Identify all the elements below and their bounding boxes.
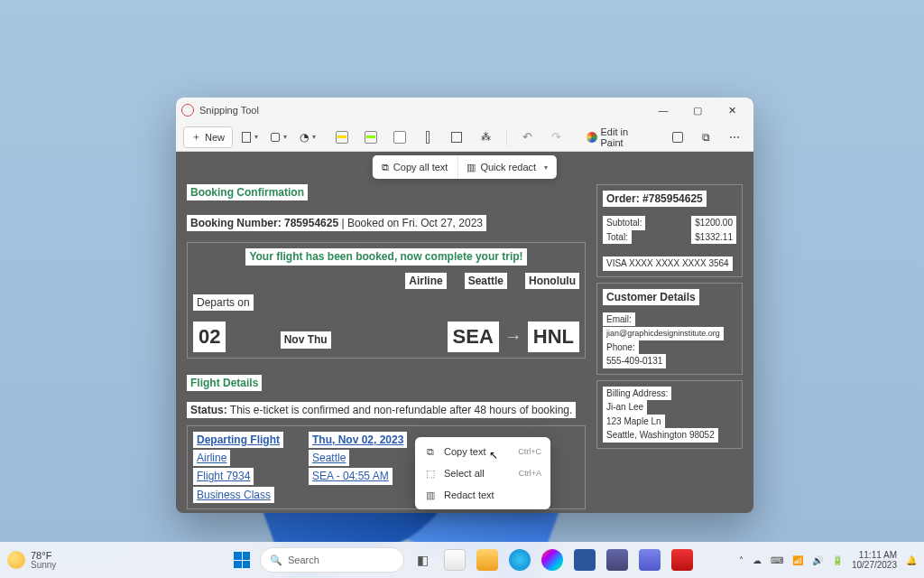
app-icon — [181, 104, 194, 117]
taskbar-app-2[interactable] — [473, 545, 502, 574]
departing-airline[interactable]: Airline — [193, 450, 230, 466]
snip-rect-button[interactable]: ▾ — [238, 126, 262, 148]
tray-chevron-icon[interactable]: ˄ — [739, 555, 744, 565]
taskbar-app-8[interactable] — [668, 545, 697, 574]
quick-redact-button[interactable]: ▥Quick redact▾ — [457, 155, 557, 179]
titlebar[interactable]: Snipping Tool ― ▢ ✕ — [176, 98, 753, 123]
highlighter-2-button[interactable] — [359, 126, 383, 148]
copy-all-text-button[interactable]: ⧉Copy all text — [373, 155, 457, 179]
taskbar-app-4[interactable] — [538, 545, 567, 574]
edit-in-paint-button[interactable]: Edit in Paint — [579, 126, 661, 148]
paint-icon — [587, 132, 597, 143]
start-button[interactable] — [227, 545, 256, 574]
flight-details-heading: Flight Details — [187, 375, 262, 391]
redact-icon: ▥ — [424, 489, 437, 501]
redact-icon: ▥ — [467, 162, 476, 173]
customer-heading: Customer Details — [603, 289, 699, 305]
card-info: VISA XXXX XXXX XXXX 3564 — [603, 256, 733, 271]
highlighter-button[interactable] — [330, 126, 354, 148]
billing-street: 123 Maple Ln — [603, 415, 665, 429]
select-all-icon: ⬚ — [424, 467, 437, 480]
taskbar-app-7[interactable] — [635, 545, 664, 574]
email-label: Email: — [603, 312, 635, 327]
copy-icon: ⧉ — [382, 162, 389, 173]
tray-wifi-icon[interactable]: 📶 — [792, 555, 803, 565]
taskbar-app-1[interactable] — [440, 545, 469, 574]
to-code: HNL — [528, 322, 579, 352]
tray-volume-icon[interactable]: 🔊 — [812, 555, 823, 565]
depart-month: Nov Thu — [281, 331, 331, 348]
total-label: Total: — [603, 230, 632, 245]
taskbar-app-3[interactable] — [505, 545, 534, 574]
departing-heading[interactable]: Departing Flight — [193, 432, 283, 448]
context-copy-text[interactable]: ⧉ Copy text Ctrl+C — [415, 441, 550, 462]
taskbar-app-5[interactable] — [570, 545, 599, 574]
close-button[interactable]: ✕ — [716, 98, 748, 123]
window-title: Snipping Tool — [199, 105, 259, 116]
text-actions-button[interactable]: ⁂ — [474, 126, 497, 148]
share-button[interactable]: ⋯ — [723, 126, 746, 148]
phone-label: Phone: — [603, 340, 639, 355]
text-actions-bar: ⧉Copy all text ▥Quick redact▾ — [373, 155, 557, 179]
tray-keyboard-icon[interactable]: ⌨ — [771, 555, 783, 565]
total-value: $1332.11 — [691, 230, 736, 245]
airline-col: Airline — [405, 273, 446, 289]
from-code: SEA — [448, 322, 499, 352]
billing-label: Billing Address: — [603, 387, 671, 401]
delay-button[interactable]: ◔▾ — [296, 126, 319, 148]
from-city: Seattle — [465, 273, 507, 289]
subtotal-value: $1200.00 — [691, 216, 736, 230]
booking-number: Booking Number: 785954625 | Booked on Fr… — [187, 215, 486, 231]
departing-flight[interactable]: Flight 7934 — [193, 468, 254, 484]
banner: Your flight has been booked, now complet… — [245, 248, 526, 265]
redo-button[interactable] — [545, 126, 568, 148]
ruler-button[interactable] — [417, 126, 440, 148]
snip-video-button[interactable]: ▾ — [267, 126, 291, 148]
weather-temp: 78°F — [31, 551, 56, 561]
toolbar: ＋New ▾ ▾ ◔▾ ⁂ Edit in Paint ⧉ ⋯ — [176, 123, 753, 152]
tray-onedrive-icon[interactable]: ☁ — [753, 555, 762, 565]
tray-battery-icon[interactable]: 🔋 — [832, 555, 843, 565]
weather-cond: Sunny — [31, 561, 56, 570]
weather-widget[interactable]: 78°F Sunny — [7, 551, 56, 570]
subtotal-label: Subtotal: — [603, 216, 645, 230]
taskbar-app-6[interactable] — [603, 545, 632, 574]
departing-city[interactable]: Seattle — [309, 450, 349, 466]
billing-name: Ji-an Lee — [603, 400, 647, 415]
depart-day: 02 — [193, 322, 226, 352]
context-menu: ⧉ Copy text Ctrl+C ⬚ Select all Ctrl+A ▥… — [415, 437, 550, 509]
to-city: Honolulu — [525, 273, 579, 289]
task-view-button[interactable]: ◧ — [408, 545, 437, 574]
maximize-button[interactable]: ▢ — [681, 98, 714, 123]
undo-button[interactable] — [516, 126, 540, 148]
copy-icon: ⧉ — [424, 445, 437, 458]
copy-button[interactable]: ⧉ — [694, 126, 717, 148]
crop-button[interactable] — [445, 126, 468, 148]
departs-label: Departs on — [193, 294, 254, 311]
search-icon: 🔍 — [270, 555, 282, 566]
new-button[interactable]: ＋New — [183, 126, 233, 148]
billing-city: Seattle, Washington 98052 — [603, 428, 718, 443]
departing-date[interactable]: Thu, Nov 02, 2023 — [309, 432, 407, 448]
departing-time[interactable]: SEA - 04:55 AM — [309, 468, 393, 484]
taskbar[interactable]: 78°F Sunny 🔍 Search ◧ ˄ ☁ ⌨ 📶 🔊 🔋 11:11 … — [0, 542, 924, 578]
eraser-button[interactable] — [388, 126, 411, 148]
taskbar-clock[interactable]: 11:11 AM 10/27/2023 — [852, 550, 897, 570]
sun-icon — [7, 551, 25, 569]
email-value: jian@graphicdesigninstitute.org — [603, 327, 724, 340]
arrow-icon: → — [504, 326, 522, 347]
order-heading: Order: #785954625 — [603, 191, 707, 207]
status-line: Status: This e-ticket is confirmed and n… — [187, 402, 576, 418]
phone-value: 555-409-0131 — [603, 354, 666, 368]
booking-heading: Booking Confirmation — [187, 184, 308, 200]
taskbar-search[interactable]: 🔍 Search — [260, 547, 404, 573]
save-button[interactable] — [666, 126, 689, 148]
context-redact-text[interactable]: ▥ Redact text — [415, 484, 550, 506]
notifications-icon[interactable]: 🔔 — [906, 555, 917, 565]
context-select-all[interactable]: ⬚ Select all Ctrl+A — [415, 462, 550, 484]
departing-class[interactable]: Business Class — [193, 487, 274, 503]
minimize-button[interactable]: ― — [647, 98, 679, 123]
